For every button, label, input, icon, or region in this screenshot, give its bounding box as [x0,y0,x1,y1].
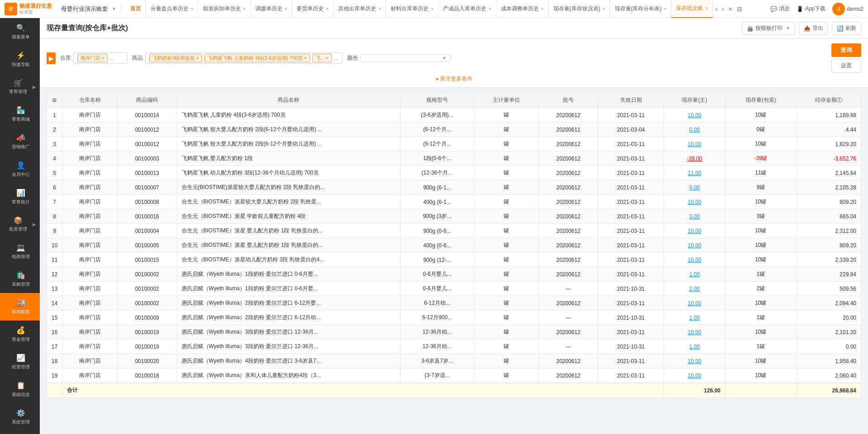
row-warehouse: 南岸门店 [62,137,118,151]
tab-pici[interactable]: 库存批次账 × [671,0,713,18]
sidebar-item-search[interactable]: 🔍 搜索菜单 [0,18,40,46]
row-qty[interactable]: 10.00 [664,354,725,368]
tab-fen-pan[interactable]: 分量盘点单历史 × [146,0,198,18]
table-row: 14 南岸门店 00100002 惠氏启赋（Wyeth illuma）2段奶粉 … [47,296,861,311]
row-qty[interactable]: 2.00 [664,282,725,296]
tab-home[interactable]: 首页 [126,0,146,18]
row-qty[interactable]: 1.00 [664,311,725,325]
tab-zu-chai[interactable]: 组装拆卸单历史 × [198,0,251,18]
tab-cailiao[interactable]: 材料出库单历史 × [386,0,439,18]
tab-chanpin[interactable]: 产成品入库单历史 × [439,0,496,18]
account-selector[interactable]: 母婴行业演示账套 ▼ [57,5,121,13]
sidebar-item-system[interactable]: ⚙️ 系统管理 [0,403,40,431]
row-qty[interactable]: 10.00 [664,238,725,253]
goods-tag-3[interactable]: 飞... × [312,54,332,62]
goods-tag-close-2[interactable]: × [304,56,307,61]
filter-more-dots[interactable]: ... [110,55,114,61]
btn-refresh[interactable]: 🔄 刷新 [832,22,861,35]
tab-prev-btn[interactable]: ‹ [713,0,720,18]
sidebar-item-marketing[interactable]: 📣 营销推广 [0,128,40,156]
tab-xiancun-ku[interactable]: 现存量(库存状况表) × [549,0,610,18]
filter-expand-btn[interactable]: ▶ [47,52,56,64]
tab-close[interactable]: × [191,6,193,11]
tab-close[interactable]: × [431,6,434,11]
row-qty[interactable]: 10.00 [664,195,725,209]
row-qty[interactable]: 10.00 [664,108,725,123]
goods-tag-close-3[interactable]: × [326,56,329,61]
tab-close[interactable]: × [664,6,667,11]
goods-tag-2[interactable]: 飞鹤星飞帆 儿童奶粉 4段(3-6岁适用) 700克 × [204,54,310,62]
row-qty[interactable]: 3.00 [664,209,725,224]
row-qty[interactable]: 10.00 [664,368,725,383]
tab-close-all-btn[interactable]: × [726,0,735,18]
row-qty[interactable]: 1.00 [664,340,725,354]
sidebar-item-basic[interactable]: 📋 基础信息 [0,376,40,403]
tab-xiancun-fen[interactable]: 现存量(库存分布表) × [610,0,672,18]
row-pkg: 10罐 [725,354,796,368]
sidebar-item-nav[interactable]: ⚡ 快捷导航 [0,46,40,73]
row-no: 13 [47,282,62,296]
row-qty[interactable]: 10.00 [664,325,725,340]
sidebar-item-member[interactable]: 👤 会员中心 [0,156,40,183]
goods-filter-more[interactable]: ... [334,55,339,61]
tab-close[interactable]: × [326,6,329,11]
basic-icon: 📋 [16,381,25,390]
btn-settings[interactable]: 设置 [831,59,861,73]
tab-yao-huo[interactable]: 要货单历史 × [292,0,334,18]
sidebar-item-retail-stats[interactable]: 📊 零售统计 [0,183,40,211]
tab-chengben[interactable]: 成本调整单历史 × [496,0,549,18]
tab-close[interactable]: × [541,6,544,11]
btn-query[interactable]: 查询 [831,43,861,57]
sidebar-item-ecommerce[interactable]: 💻 电商管理 [0,238,40,265]
row-qty[interactable]: 10.00 [664,224,725,238]
row-qty[interactable]: 9.00 [664,180,725,195]
warehouse-tag-close[interactable]: × [102,56,104,61]
sidebar-item-purchase[interactable]: 🛍️ 采购管理 [0,265,40,293]
btn-template-print[interactable]: 🖨️ 按模板打印 ▼ [742,22,795,35]
sidebar-item-inventory[interactable]: 🏭 库存核算 [0,293,40,321]
sidebar-item-retail[interactable]: 🛒 零售管理 ▶ [0,73,40,100]
row-expire: 2021-10-31 [598,340,664,354]
tab-close[interactable]: × [705,6,708,11]
app-download-btn[interactable]: 📱 App下载 [797,5,826,13]
sidebar-item-wholesale[interactable]: 📦 批发管理 ▶ [0,211,40,238]
tab-close[interactable]: × [489,6,491,11]
sidebar-item-retail-shop[interactable]: 🏪 零售商城 [0,100,40,128]
user-menu[interactable]: d demo2 [832,3,863,15]
row-qty[interactable]: 1.00 [664,267,725,282]
tab-menu-btn[interactable]: ⊟ [735,0,745,18]
warehouse-tags[interactable]: 南岸门店 × ... [73,52,127,64]
row-name: 惠氏启赋（Wyeth illuma）1段奶粉 爱尔兰进口 0-6月婴... [177,282,400,296]
row-expire: 2021-03-11 [598,267,664,282]
tab-qita[interactable]: 其他出库单历史 × [334,0,386,18]
tab-close[interactable]: × [243,6,246,11]
warehouse-tag-nanan[interactable]: 南岸门店 × [77,54,108,62]
col-settings[interactable]: ⚙ [47,93,62,108]
color-tags[interactable]: ▼ [360,54,451,62]
tab-tiao-bo[interactable]: 调拨单历史 × [251,0,292,18]
row-name: 合生元（BIOSTIME）派星较大婴儿配方奶粉 2段 乳铁蛋... [177,195,400,209]
sidebar-label-member: 会员中心 [12,171,30,178]
goods-tag-1[interactable]: 飞鹤奶粉3段两提装 × [149,54,202,62]
goods-tags[interactable]: 飞鹤奶粉3段两提装 × 飞鹤星飞帆 儿童奶粉 4段(3-6岁适用) 700克 ×… [145,52,343,64]
row-qty[interactable]: 0.00 [664,123,725,137]
message-btn[interactable]: 💬 消息 [770,5,790,13]
row-code: 00100012 [118,123,177,137]
row-qty[interactable]: 10.00 [664,253,725,267]
filter-color: 颜色 ▼ [347,54,451,62]
tab-next-btn[interactable]: › [720,0,726,18]
tab-close[interactable]: × [603,6,605,11]
sidebar-item-finance[interactable]: 💰 资金管理 [0,321,40,348]
app-name: 畅捷通好生意 [19,3,52,9]
filter-expand-more[interactable]: ▾ 展开更多条件 [47,75,861,83]
tab-close[interactable]: × [285,6,288,11]
row-qty[interactable]: 11.00 [664,166,725,180]
sidebar-item-operations[interactable]: 📈 经营管理 [0,348,40,376]
sidebar-item-corp[interactable]: 🤝 企业协同 [0,431,40,434]
btn-export[interactable]: 📤 导出 [799,22,828,35]
tab-close[interactable]: × [378,6,381,11]
goods-tag-close-1[interactable]: × [196,56,199,61]
sidebar-label-inventory: 库存核算 [12,309,30,315]
row-qty[interactable]: 10.00 [664,296,725,311]
row-qty[interactable]: 10.00 [664,137,725,151]
